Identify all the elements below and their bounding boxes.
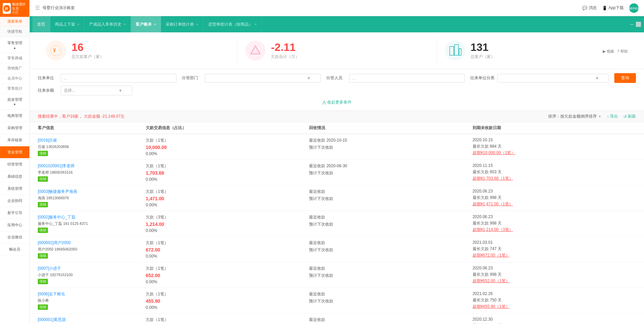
export-button[interactable]: ↑ 导出 (607, 114, 618, 119)
sidebar-item-app-center[interactable]: 应用中心 (0, 219, 29, 231)
tab-production-history[interactable]: 产成品入库单历史 × (84, 16, 131, 32)
debt-amount-1[interactable]: 1,703.68 (146, 170, 309, 176)
collection-next-0: 预计下次收款 (309, 145, 472, 150)
overdue-amount-5[interactable]: 超期¥652.00（1笔） (473, 278, 636, 284)
customer-info-4: [000002]用户2050 用户2050 18665062050 现销 (38, 240, 146, 259)
overdue-date-6: 2021.02.26 (473, 291, 636, 296)
sidebar-item-marketing[interactable]: 营销推广 (0, 63, 29, 73)
sidebar-item-newbie[interactable]: 新手引导 (0, 207, 29, 219)
sidebar-item-retail-mgmt[interactable]: 零售管理 ▲ (0, 37, 29, 53)
customer-name-2[interactable]: [0003]畅捷服务尹海燕 (38, 189, 146, 195)
user-avatar[interactable]: demo2 (629, 3, 639, 13)
tab-close-icon[interactable]: × (154, 22, 156, 26)
overdue-amount-6[interactable]: 超期¥455.90（1笔） (473, 304, 636, 310)
overdue-amount-2[interactable]: 超期¥1,471.00（1笔） (473, 201, 636, 207)
customer-name-6[interactable]: [0006]去下粮仓 (38, 291, 146, 297)
message-button[interactable]: 💬 消息 (582, 5, 597, 11)
sidebar-item-retail-stats[interactable]: 零售统计 (0, 84, 29, 94)
debt-ratio-4: 0.00% (146, 254, 309, 259)
customer-name-5[interactable]: [0007]小进干 (38, 266, 146, 271)
tab-close-icon[interactable]: × (123, 22, 125, 26)
sidebar-item-inventory[interactable]: 库存核算 (0, 134, 29, 146)
overdue-amount-4[interactable]: 超期¥672.00（1笔） (473, 253, 636, 258)
collection-info-4: 最近收款 预计下次收款 (309, 240, 472, 253)
video-button[interactable]: ▶ 视频 (603, 49, 614, 54)
customer-name-4[interactable]: [000002]用户2050 (38, 240, 146, 246)
tab-purchase-stats[interactable]: 采购订单统计表 × (161, 16, 203, 32)
help-button[interactable]: ? 帮助 (617, 49, 628, 54)
sidebar-item-quick-nav[interactable]: 快捷导航 (0, 26, 29, 37)
collection-date-7: 最近收款 (309, 317, 472, 323)
minimize-button[interactable]: ─ (630, 22, 634, 27)
customer-info-6: [0006]去下粮仓 陈小希 现销 (38, 291, 146, 310)
collapse-button[interactable]: ⋀ 收起更多条件 (323, 99, 352, 105)
tab-customer-ledger[interactable]: 客户账本 × (131, 16, 161, 32)
sidebar-item-search[interactable]: 搜索菜单 (0, 17, 29, 26)
tab-product-listing[interactable]: 商品上下架 × (50, 16, 84, 32)
collection-info-7: 最近收款 预计下次收款 (309, 317, 472, 324)
overdue-amount-3[interactable]: 超期¥1,214.00（3笔） (473, 227, 636, 233)
refresh-icon: ↺ (623, 114, 627, 119)
refresh-button[interactable]: ↺ 刷新 (623, 114, 636, 119)
sidebar-item-enterprise-wechat[interactable]: 企业微信 (0, 231, 29, 243)
collection-date-0: 最近收款 2020-10-15 (309, 138, 472, 143)
customer-tag-3: 现销 (38, 228, 48, 233)
sidebar-item-wholesale[interactable]: 批发管理 ▼ (0, 94, 29, 110)
tab-close-icon[interactable]: × (255, 22, 257, 26)
tab-close-icon[interactable]: × (77, 22, 79, 26)
sidebar-item-purchase[interactable]: 采购管理 (0, 122, 29, 134)
sidebar-item-chang-member[interactable]: 畅会员 (0, 243, 29, 256)
debt-amount-5[interactable]: 652.00 (146, 273, 309, 278)
overdue-date-2: 2020.06.23 (473, 189, 636, 194)
filter-input-unit[interactable]: ... (61, 74, 176, 83)
filter-select-category[interactable]: ▼ (497, 74, 609, 83)
customer-name-3[interactable]: [0002]服务中心_丁磊 (38, 214, 146, 220)
filter-label-balance: 往来余额 (38, 88, 58, 93)
sidebar-item-member[interactable]: 会员中心 (0, 73, 29, 84)
results-bar: 搜索结果中，客户16家， 欠款金额 -21,148.07元 排序：按欠款金额倒序… (30, 111, 644, 122)
app-download-button[interactable]: 📱 App下载 (602, 5, 624, 11)
debt-info-0: 欠款（1笔） 10,000.00 0.00% (146, 138, 309, 156)
collection-date-2: 最近收款 (309, 189, 472, 195)
stat-icon-debt: ¥ (46, 40, 66, 61)
sidebar-item-system[interactable]: 系统管理 (0, 183, 29, 195)
sidebar-item-retail-mall[interactable]: 零售商城 (0, 53, 29, 63)
tab-home[interactable]: 首页 (32, 16, 50, 32)
tab-close-icon[interactable]: × (196, 22, 198, 26)
stat-icon-all (445, 40, 465, 61)
sidebar: 好 畅捷通好生意 示范 搜索菜单 快捷导航 零售管理 ▲ 零售商城 营销推广 会… (0, 0, 30, 324)
sidebar-item-basic-info[interactable]: 基础信息 (0, 171, 29, 183)
tab-purchase-product-stats[interactable]: 进货单统计表（按商品） × (203, 16, 262, 32)
debt-amount-0[interactable]: 10,000.00 (146, 145, 309, 150)
filter-input-person[interactable]: ... (349, 74, 465, 83)
video-icon: ▶ (603, 49, 606, 54)
sort-select[interactable]: 排序：按欠款金额倒序排序 ▼ (548, 114, 601, 119)
filter-select-balance[interactable]: 选择... ▼ (61, 86, 132, 95)
table-row: [0001020001]李老师 李老师 18600391516 现销 欠款（1笔… (30, 160, 644, 185)
overdue-date-5: 2020.06.23 (473, 266, 636, 270)
stat-number-total: -2.11 (271, 42, 299, 53)
customer-info-5: [0007]小进干 小进干 18279152100 现销 (38, 266, 146, 284)
sidebar-item-operations[interactable]: 经营管理 (0, 158, 29, 171)
customer-phone-5: 小进干 18279152100 (38, 272, 146, 277)
sidebar-item-ecommerce[interactable]: 电商管理 (0, 110, 29, 122)
table-header: 客户信息 欠款交易信息（占比） 回收情况 到期未收款日期 (30, 122, 644, 134)
customer-name-1[interactable]: [0001020001]李老师 (38, 163, 146, 169)
overdue-days-6: 最长欠款 750 天 (473, 297, 636, 303)
filter-select-dept[interactable]: ▼ (205, 74, 320, 83)
download-icon: 📱 (602, 6, 607, 10)
customer-name-7[interactable]: [000001]黄思源 (38, 317, 146, 323)
debt-amount-3[interactable]: 1,214.00 (146, 222, 309, 227)
debt-amount-4[interactable]: 672.00 (146, 247, 309, 253)
sidebar-item-corp-collab[interactable]: 企业协同 (0, 195, 29, 207)
maximize-button[interactable]: ⬜ (636, 22, 641, 27)
query-button[interactable]: 查询 (614, 73, 636, 83)
debt-amount-2[interactable]: 1,471.00 (146, 196, 309, 201)
stat-number-debt: 16 (72, 42, 104, 53)
overdue-amount-1[interactable]: 超期¥1,703.68（1笔） (473, 176, 636, 181)
customer-name-0[interactable]: [0016]吕俊 (38, 138, 146, 143)
debt-amount-6[interactable]: 455.90 (146, 298, 309, 304)
customer-tag-6: 现销 (38, 304, 48, 310)
overdue-amount-0[interactable]: 超期¥10,000.00（1笔） (473, 150, 636, 156)
sidebar-item-finance[interactable]: 资金管理 (0, 146, 29, 158)
